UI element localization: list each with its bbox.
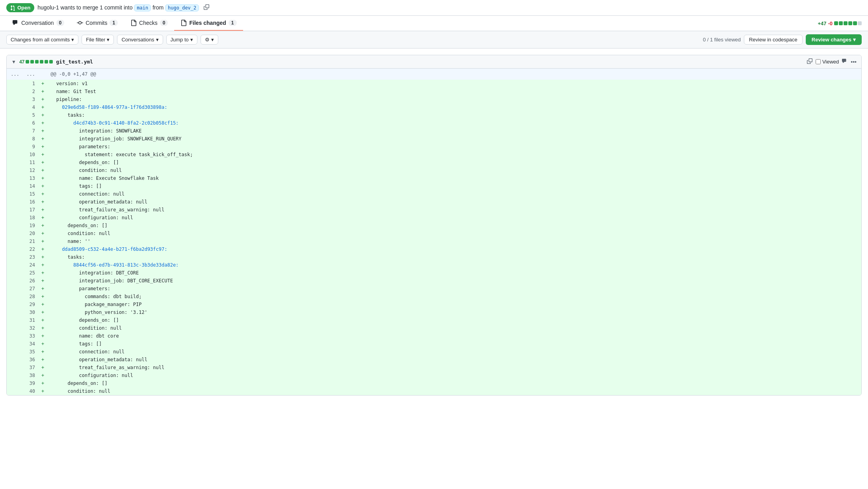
tab-files-changed[interactable]: Files changed 1 bbox=[174, 16, 243, 31]
copy-icon[interactable] bbox=[204, 4, 209, 11]
expand-file-icon[interactable]: ▼ bbox=[11, 59, 16, 65]
base-branch[interactable]: main bbox=[134, 4, 151, 11]
diff-line-2: 2 + name: Git Test bbox=[7, 88, 861, 95]
diff-count-block-4 bbox=[40, 60, 43, 63]
file-filter-btn[interactable]: File filter ▾ bbox=[82, 35, 114, 45]
changes-from-btn[interactable]: Changes from all commits ▾ bbox=[6, 35, 78, 45]
diff-line-18: 18 + configuration: null bbox=[7, 214, 861, 222]
chevron-down-icon: ▾ bbox=[190, 37, 193, 43]
diff-block-3 bbox=[844, 21, 848, 25]
hunk-header-content: @@ -0,0 +1,47 @@ bbox=[47, 69, 861, 80]
tab-spacer bbox=[243, 16, 818, 31]
hunk-header-row: ... ... @@ -0,0 +1,47 @@ bbox=[7, 69, 861, 80]
diff-line-35: 35 + connection: null bbox=[7, 348, 861, 356]
tab-conversation[interactable]: Conversation 0 bbox=[6, 16, 71, 31]
head-branch[interactable]: hugo_dev_2 bbox=[165, 4, 199, 11]
diff-line-3: 3 + pipeline: bbox=[7, 95, 861, 103]
tab-bar: Conversation 0 Commits 1 Checks 0 Files … bbox=[0, 16, 868, 31]
diff-line-37: 37 + treat_failure_as_warning: null bbox=[7, 364, 861, 371]
diff-file-header: ▼ 47 git_test.yml Viewed ••• bbox=[7, 55, 861, 69]
comment-icon[interactable] bbox=[842, 58, 848, 65]
diff-line-4: 4 + 029e6d58-f189-4864-977a-1f76d303898a… bbox=[7, 103, 861, 111]
diff-block-6 bbox=[858, 21, 862, 25]
diff-stat: +47 -0 bbox=[818, 16, 862, 31]
copy-filename-icon[interactable] bbox=[807, 58, 812, 65]
diff-count-block-5 bbox=[45, 60, 48, 63]
diff-block-1 bbox=[834, 21, 838, 25]
diff-line-22: 22 + ddad8509-c532-4a4e-b271-f6ba2d93fc9… bbox=[7, 245, 861, 253]
diff-line-25: 25 + integration: DBT_CORE bbox=[7, 269, 861, 277]
review-changes-button[interactable]: Review changes ▾ bbox=[806, 34, 862, 45]
diff-line-30: 30 + python_version: '3.12' bbox=[7, 308, 861, 316]
conversations-btn[interactable]: Conversations ▾ bbox=[117, 35, 163, 45]
chevron-down-icon: ▾ bbox=[156, 37, 159, 43]
diff-line-26: 26 + integration_job: DBT_CORE_EXECUTE bbox=[7, 277, 861, 285]
diff-line-16: 16 + operation_metadata: null bbox=[7, 198, 861, 206]
review-codespace-button[interactable]: Review in codespace bbox=[744, 35, 803, 45]
chevron-down-icon: ▾ bbox=[71, 37, 74, 43]
more-options-icon[interactable]: ••• bbox=[851, 59, 857, 65]
diff-count-block-2 bbox=[30, 60, 34, 63]
diff-line-6: 6 + d4cd74b3-0c91-4140-8fa2-2c02b058cf15… bbox=[7, 119, 861, 127]
diff-line-1: 1 + version: v1 bbox=[7, 80, 861, 88]
diff-line-31: 31 + depends_on: [] bbox=[7, 316, 861, 324]
pr-description: hugolu-1 wants to merge 1 commit into ma… bbox=[37, 4, 199, 11]
diff-line-13: 13 + name: Execute Snowflake Task bbox=[7, 174, 861, 182]
diff-line-36: 36 + operation_metadata: null bbox=[7, 356, 861, 364]
diff-line-9: 9 + parameters: bbox=[7, 143, 861, 151]
diff-line-24: 24 + 8844cf56-ed7b-4931-813c-3b3de33da82… bbox=[7, 261, 861, 269]
diff-line-12: 12 + condition: null bbox=[7, 166, 861, 174]
diff-line-17: 17 + treat_failure_as_warning: null bbox=[7, 206, 861, 214]
diff-blocks bbox=[834, 21, 862, 25]
diff-line-27: 27 + parameters: bbox=[7, 285, 861, 293]
diff-line-8: 8 + integration_job: SNOWFLAKE_RUN_QUERY bbox=[7, 135, 861, 143]
tab-checks[interactable]: Checks 0 bbox=[124, 16, 174, 31]
diff-line-28: 28 + commands: dbt build; bbox=[7, 293, 861, 300]
top-bar: Open hugolu-1 wants to merge 1 commit in… bbox=[0, 0, 868, 16]
diff-line-39: 39 + depends_on: [] bbox=[7, 379, 861, 387]
diff-block-5 bbox=[853, 21, 857, 25]
diff-line-10: 10 + statement: execute task_kick_off_ta… bbox=[7, 151, 861, 159]
diff-add-count: 47 bbox=[19, 59, 53, 65]
diff-line-14: 14 + tags: [] bbox=[7, 182, 861, 190]
viewed-input[interactable] bbox=[816, 59, 821, 64]
diff-line-11: 11 + depends_on: [] bbox=[7, 159, 861, 166]
chevron-down-icon: ▾ bbox=[211, 37, 214, 43]
pr-status-badge: Open bbox=[6, 3, 34, 12]
jump-to-btn[interactable]: Jump to ▾ bbox=[166, 35, 197, 45]
diff-line-21: 21 + name: '' bbox=[7, 237, 861, 245]
settings-btn[interactable]: ⚙ ▾ bbox=[201, 35, 218, 45]
chevron-down-icon: ▾ bbox=[107, 37, 110, 43]
gear-icon: ⚙ bbox=[205, 37, 210, 43]
diff-line-40: 40 + condition: null bbox=[7, 387, 861, 395]
diff-block-2 bbox=[839, 21, 843, 25]
diff-count-block-1 bbox=[26, 60, 29, 63]
diff-line-15: 15 + connection: null bbox=[7, 190, 861, 198]
diff-line-38: 38 + configuration: null bbox=[7, 371, 861, 379]
pr-status-label: Open bbox=[17, 5, 30, 11]
chevron-down-icon: ▾ bbox=[853, 37, 856, 43]
diff-line-34: 34 + tags: [] bbox=[7, 340, 861, 348]
diff-line-32: 32 + condition: null bbox=[7, 324, 861, 332]
toolbar: Changes from all commits ▾ File filter ▾… bbox=[0, 31, 868, 49]
diff-line-19: 19 + depends_on: [] bbox=[7, 222, 861, 230]
diff-line-23: 23 + tasks: bbox=[7, 253, 861, 261]
hunk-new-num: ... bbox=[22, 69, 38, 80]
diff-line-20: 20 + condition: null bbox=[7, 230, 861, 237]
diff-line-7: 7 + integration: SNOWFLAKE bbox=[7, 127, 861, 135]
diff-block-4 bbox=[848, 21, 852, 25]
diff-count-block-3 bbox=[35, 60, 39, 63]
diff-file-actions: Viewed ••• bbox=[816, 58, 857, 65]
diff-table: ... ... @@ -0,0 +1,47 @@ 1 + version: v1… bbox=[7, 69, 861, 395]
diff-line-5: 5 + tasks: bbox=[7, 111, 861, 119]
tab-commits[interactable]: Commits 1 bbox=[71, 16, 124, 31]
diff-count-block-6 bbox=[49, 60, 53, 63]
diff-line-29: 29 + package_manager: PIP bbox=[7, 300, 861, 308]
files-viewed-count: 0 / 1 files viewed bbox=[703, 37, 741, 43]
diff-container: ▼ 47 git_test.yml Viewed ••• bbox=[6, 55, 862, 396]
viewed-checkbox[interactable]: Viewed bbox=[816, 59, 839, 65]
hunk-old-num: ... bbox=[7, 69, 22, 80]
diff-filename: git_test.yml bbox=[56, 59, 804, 65]
diff-line-33: 33 + name: dbt core bbox=[7, 332, 861, 340]
